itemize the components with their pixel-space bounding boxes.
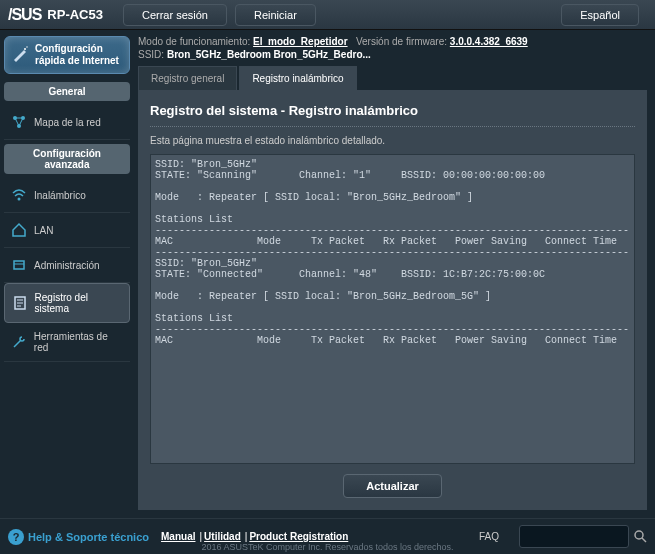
info-mode-firmware: Modo de funcionamiento: El_modo_Repetido… xyxy=(138,36,647,47)
admin-icon xyxy=(10,256,28,274)
faq-link[interactable]: FAQ xyxy=(479,531,499,542)
nav-label: Administración xyxy=(34,260,100,271)
tabs: Registro general Registro inalámbrico xyxy=(138,66,647,91)
sidebar: Configuración rápida de Internet General… xyxy=(0,30,134,518)
utility-link[interactable]: Utilidad xyxy=(204,531,241,542)
nav-network-tools[interactable]: Herramientas de red xyxy=(4,323,130,362)
quick-setup-label: Configuración rápida de Internet xyxy=(35,43,123,67)
nav-label: Registro del sistema xyxy=(35,292,123,314)
model-name: RP-AC53 xyxy=(47,7,103,22)
nav-wireless[interactable]: Inalámbrico xyxy=(4,178,130,213)
content-area: Modo de funcionamiento: El_modo_Repetido… xyxy=(134,30,655,518)
nav-label: Mapa de la red xyxy=(34,117,101,128)
svg-point-12 xyxy=(635,531,643,539)
nav-lan[interactable]: LAN xyxy=(4,213,130,248)
ssid-value: Bron_5GHz_Bedroom Bron_5GHz_Bedro... xyxy=(167,49,371,60)
svg-rect-6 xyxy=(14,261,24,269)
svg-point-1 xyxy=(26,46,27,47)
copyright-text: 2016 ASUSTeK Computer Inc. Reservados to… xyxy=(0,542,655,552)
reboot-button[interactable]: Reiniciar xyxy=(235,4,316,26)
product-registration-link[interactable]: Product Registration xyxy=(249,531,348,542)
wifi-icon xyxy=(10,186,28,204)
section-general: General xyxy=(4,82,130,101)
section-advanced: Configuración avanzada xyxy=(4,144,130,174)
tools-icon xyxy=(10,333,28,351)
tab-general-log[interactable]: Registro general xyxy=(138,66,237,90)
brand-logo: /SUS xyxy=(8,6,41,24)
home-icon xyxy=(10,221,28,239)
operation-mode-link[interactable]: El_modo_Repetidor xyxy=(253,36,347,47)
refresh-button[interactable]: Actualizar xyxy=(343,474,442,498)
nav-label: Inalámbrico xyxy=(34,190,86,201)
header-bar: /SUS RP-AC53 Cerrar sesión Reiniciar Esp… xyxy=(0,0,655,30)
panel-title: Registro del sistema - Registro inalámbr… xyxy=(150,103,635,127)
panel-description: Esta página muestra el estado inalámbric… xyxy=(150,135,635,146)
tab-wireless-log[interactable]: Registro inalámbrico xyxy=(239,66,356,90)
info-ssid: SSID: Bron_5GHz_Bedroom Bron_5GHz_Bedro.… xyxy=(138,49,647,60)
svg-point-5 xyxy=(18,198,21,201)
quick-internet-setup[interactable]: Configuración rápida de Internet xyxy=(4,36,130,74)
nav-system-log[interactable]: Registro del sistema xyxy=(4,283,130,323)
wireless-log-textarea[interactable] xyxy=(150,154,635,464)
svg-line-13 xyxy=(642,538,646,542)
log-panel: Registro del sistema - Registro inalámbr… xyxy=(138,91,647,510)
nav-label: LAN xyxy=(34,225,53,236)
language-selector[interactable]: Español xyxy=(561,4,639,26)
nav-network-map[interactable]: Mapa de la red xyxy=(4,105,130,140)
logout-button[interactable]: Cerrar sesión xyxy=(123,4,227,26)
wand-icon xyxy=(11,45,29,65)
manual-link[interactable]: Manual xyxy=(161,531,195,542)
firmware-version-link[interactable]: 3.0.0.4.382_6639 xyxy=(450,36,528,47)
network-map-icon xyxy=(10,113,28,131)
log-icon xyxy=(11,294,29,312)
svg-point-0 xyxy=(24,48,26,50)
nav-administration[interactable]: Administración xyxy=(4,248,130,283)
nav-label: Herramientas de red xyxy=(34,331,124,353)
